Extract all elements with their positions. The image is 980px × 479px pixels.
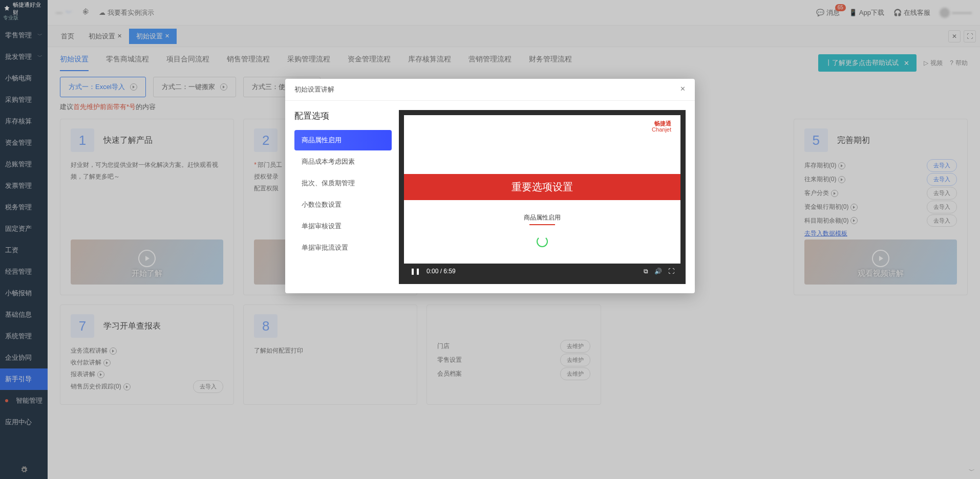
close-icon[interactable]: ✕ bbox=[680, 85, 686, 94]
modal-title: 初始设置讲解 bbox=[294, 85, 334, 94]
modal-nav-item-1[interactable]: 商品成本考虑因素 bbox=[294, 151, 392, 172]
modal: 初始设置讲解 ✕ 配置选项 商品属性启用商品成本考虑因素批次、保质期管理小数位数… bbox=[285, 79, 695, 293]
modal-nav-item-4[interactable]: 单据审核设置 bbox=[294, 216, 392, 236]
video-player: 畅捷通Chanjet 重要选项设置 商品属性启用 ❚❚ 0:00 / 6:59 … bbox=[399, 110, 686, 284]
video-banner: 重要选项设置 bbox=[404, 174, 680, 200]
modal-nav-item-3[interactable]: 小数位数设置 bbox=[294, 194, 392, 215]
loading-icon bbox=[537, 236, 548, 247]
volume-icon[interactable]: 🔊 bbox=[654, 268, 662, 275]
pause-icon[interactable]: ❚❚ bbox=[410, 268, 420, 275]
video-brand: 畅捷通Chanjet bbox=[652, 120, 671, 133]
modal-nav-item-0[interactable]: 商品属性启用 bbox=[294, 130, 392, 150]
modal-nav: 配置选项 商品属性启用商品成本考虑因素批次、保质期管理小数位数设置单据审核设置单… bbox=[294, 110, 392, 284]
modal-heading: 配置选项 bbox=[294, 110, 392, 122]
modal-nav-item-2[interactable]: 批次、保质期管理 bbox=[294, 173, 392, 193]
pip-icon[interactable]: ⧉ bbox=[644, 268, 648, 275]
modal-nav-item-5[interactable]: 单据审批流设置 bbox=[294, 237, 392, 258]
video-subtitle: 商品属性启用 bbox=[404, 213, 680, 225]
video-time: 0:00 / 6:59 bbox=[427, 268, 456, 275]
fullscreen-icon[interactable]: ⛶ bbox=[668, 268, 674, 275]
modal-overlay[interactable]: 初始设置讲解 ✕ 配置选项 商品属性启用商品成本考虑因素批次、保质期管理小数位数… bbox=[0, 0, 980, 479]
